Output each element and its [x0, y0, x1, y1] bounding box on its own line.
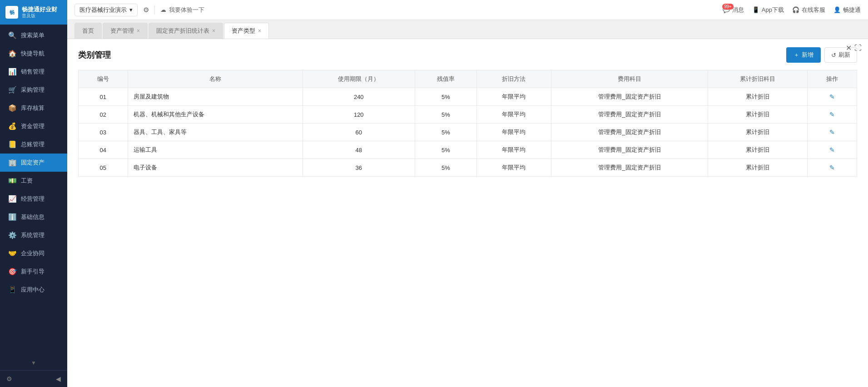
user-icon: 👤 [833, 6, 841, 13]
new-button[interactable]: ＋ 新增 [786, 47, 821, 63]
table-cell: 机器、机械和其他生产设备 [128, 106, 303, 124]
table-cell: 年限平均 [476, 106, 551, 124]
table-cell: 5% [415, 124, 476, 141]
tab-home[interactable]: 首页 [74, 23, 102, 39]
page-header: 类别管理 ＋ 新增 ↺ 刷新 [78, 47, 857, 63]
sidebar-item-system[interactable]: ⚙️ 系统管理 [0, 226, 67, 244]
experience-button[interactable]: ☁ 我要体验一下 [160, 6, 204, 14]
sidebar-item-salary[interactable]: 💵 工资 [0, 172, 67, 190]
table-cell: 年限平均 [476, 141, 551, 159]
sidebar-item-operations[interactable]: 📈 经营管理 [0, 190, 67, 208]
column-header: 折旧方法 [476, 70, 551, 88]
sidebar-item-basic-info[interactable]: ℹ️ 基础信息 [0, 208, 67, 226]
notification-badge: 99+ [722, 4, 734, 10]
sidebar-item-label: 经营管理 [21, 195, 45, 203]
fixed-assets-icon: 🏢 [8, 159, 16, 167]
table-cell: 器具、工具、家具等 [128, 124, 303, 141]
tab-close-depreciation-table[interactable]: × [212, 28, 215, 34]
tabbar: 首页 资产管理 × 固定资产折旧统计表 × 资产类型 × [67, 20, 868, 39]
expand-window-button[interactable]: ⛶ [854, 44, 862, 52]
sidebar-item-purchase[interactable]: 🛒 采购管理 [0, 81, 67, 99]
system-icon: ⚙️ [8, 231, 16, 239]
sidebar-footer: ⚙ ◀ [0, 370, 67, 387]
settings-icon[interactable]: ⚙ [6, 375, 12, 382]
sidebar-nav: 🔍 搜索菜单 🏠 快捷导航 📊 销售管理 🛒 采购管理 📦 库存核算 💰 资金管… [0, 25, 67, 356]
logo-icon: 畅 [5, 6, 18, 19]
inventory-icon: 📦 [8, 104, 16, 112]
table-cell: 60 [303, 124, 415, 141]
topbar-online-service[interactable]: 🎧 在线客服 [792, 6, 825, 14]
settings-gear-icon[interactable]: ⚙ [143, 6, 149, 14]
table-cell: 房屋及建筑物 [128, 88, 303, 106]
sidebar-item-quick-nav[interactable]: 🏠 快捷导航 [0, 45, 67, 63]
tab-asset-manage[interactable]: 资产管理 × [103, 23, 148, 39]
table-cell: 管理费用_固定资产折旧 [551, 106, 708, 124]
edit-icon[interactable]: ✎ [829, 146, 835, 154]
sidebar-item-app-center[interactable]: 📱 应用中心 [0, 281, 67, 299]
tab-label: 首页 [82, 27, 94, 35]
column-header: 使用期限（月） [303, 70, 415, 88]
sidebar-item-fixed-assets[interactable]: 🏢 固定资产 [0, 154, 67, 172]
tab-close-asset-manage[interactable]: × [137, 28, 140, 34]
table-cell: 累计折旧 [708, 141, 808, 159]
sidebar-item-label: 企业协同 [21, 249, 45, 258]
sidebar-scroll-down[interactable]: ▼ [0, 356, 67, 370]
table-cell: 累计折旧 [708, 124, 808, 141]
search-icon: 🔍 [8, 31, 16, 40]
table-cell: 电子设备 [128, 159, 303, 177]
table-cell: 5% [415, 159, 476, 177]
sidebar-item-sales[interactable]: 📊 销售管理 [0, 63, 67, 81]
table-cell: 累计折旧 [708, 159, 808, 177]
quick-nav-icon: 🏠 [8, 50, 16, 58]
topbar-app-download[interactable]: 📱 App下载 [752, 6, 784, 14]
sidebar-item-label: 销售管理 [21, 68, 45, 76]
sidebar-item-inventory[interactable]: 📦 库存核算 [0, 99, 67, 117]
sidebar-item-ledger[interactable]: 📒 总账管理 [0, 135, 67, 154]
online-service-icon: 🎧 [792, 6, 799, 13]
table-cell: 01 [79, 88, 128, 106]
divider [154, 5, 155, 15]
column-header: 操作 [808, 70, 857, 88]
sidebar-item-label: 工资 [21, 177, 33, 185]
sidebar-item-label: 应用中心 [21, 286, 45, 294]
edit-icon[interactable]: ✎ [829, 111, 835, 118]
edit-icon[interactable]: ✎ [829, 93, 835, 100]
sidebar-item-label: 基础信息 [21, 213, 45, 221]
topbar-user[interactable]: 👤 畅捷通 [833, 6, 861, 14]
dropdown-arrow-icon: ▾ [129, 6, 133, 13]
online-service-label: 在线客服 [802, 6, 825, 14]
sidebar-item-search[interactable]: 🔍 搜索菜单 [0, 26, 67, 45]
topbar-message[interactable]: 💬99+ 消息 [723, 6, 744, 14]
sidebar-item-label: 快捷导航 [21, 50, 45, 58]
column-header: 累计折旧科目 [708, 70, 808, 88]
message-label: 消息 [732, 6, 744, 14]
sidebar-item-label: 总账管理 [21, 140, 45, 149]
tab-asset-type[interactable]: 资产类型 × [224, 23, 269, 39]
enterprise-icon: 🤝 [8, 249, 16, 258]
tab-close-asset-type[interactable]: × [258, 28, 261, 34]
collapse-icon[interactable]: ◀ [56, 375, 61, 382]
column-header: 名称 [128, 70, 303, 88]
edit-icon[interactable]: ✎ [829, 129, 835, 136]
sidebar-item-label: 库存核算 [21, 104, 45, 112]
user-label: 畅捷通 [843, 6, 861, 14]
app-center-icon: 📱 [8, 286, 16, 294]
company-selector[interactable]: 医疗器械行业演示 ▾ [74, 4, 138, 16]
table-cell: 年限平均 [476, 124, 551, 141]
sidebar-item-enterprise[interactable]: 🤝 企业协同 [0, 244, 67, 263]
sidebar-item-capital[interactable]: 💰 资金管理 [0, 117, 67, 135]
table-row: 05电子设备365%年限平均管理费用_固定资产折旧累计折旧✎ [79, 159, 857, 177]
edit-icon[interactable]: ✎ [829, 164, 835, 171]
table-cell: 02 [79, 106, 128, 124]
column-header: 编号 [79, 70, 128, 88]
tab-depreciation-table[interactable]: 固定资产折旧统计表 × [149, 23, 223, 39]
topbar: 医疗器械行业演示 ▾ ⚙ ☁ 我要体验一下 💬99+ 消息 📱 App下载 🎧 … [67, 0, 868, 20]
refresh-icon: ↺ [831, 52, 836, 59]
close-window-button[interactable]: ✕ [846, 44, 852, 52]
sidebar-item-guide[interactable]: 🎯 新手引导 [0, 263, 67, 281]
table-cell: 5% [415, 106, 476, 124]
table-cell: 年限平均 [476, 88, 551, 106]
sidebar-item-label: 系统管理 [21, 231, 45, 239]
table-row: 01房屋及建筑物2405%年限平均管理费用_固定资产折旧累计折旧✎ [79, 88, 857, 106]
experience-text: 我要体验一下 [169, 6, 204, 14]
